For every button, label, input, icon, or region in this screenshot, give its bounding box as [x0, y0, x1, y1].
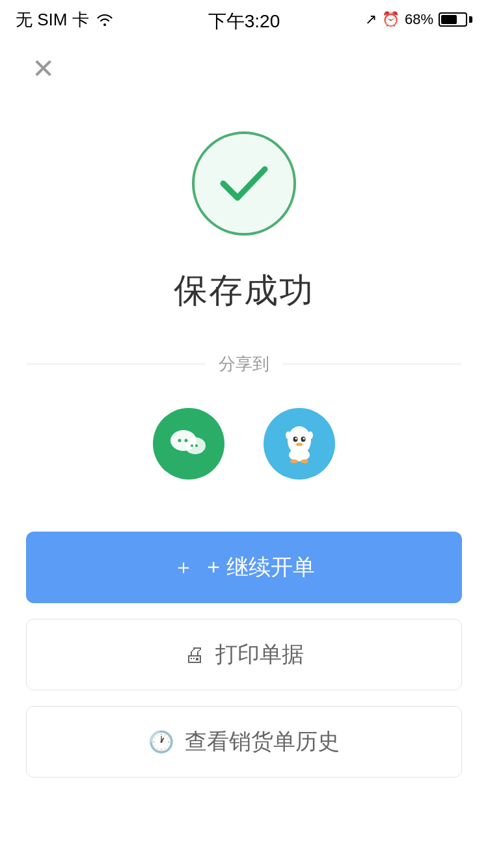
battery-percent: 68%: [405, 11, 433, 28]
share-wechat-button[interactable]: [153, 408, 224, 480]
svg-point-10: [295, 438, 297, 440]
share-qq-button[interactable]: [264, 408, 335, 480]
plus-icon: ＋: [173, 553, 194, 582]
status-bar: 无 SIM 卡 下午3:20 ↗ ⏰ 68%: [0, 0, 488, 39]
close-button[interactable]: ✕: [26, 52, 60, 86]
svg-point-16: [286, 431, 291, 439]
print-button[interactable]: 🖨 打印单据: [26, 619, 462, 690]
svg-point-17: [308, 431, 313, 439]
action-buttons: ＋ + 继续开单 🖨 打印单据 🕐 查看销货单历史: [26, 532, 462, 778]
svg-point-12: [296, 443, 303, 446]
battery-icon: [439, 12, 472, 27]
svg-point-4: [191, 444, 193, 447]
divider-left: [26, 364, 206, 364]
location-icon: ↗: [365, 11, 377, 28]
svg-point-5: [195, 444, 198, 447]
svg-point-13: [289, 448, 310, 461]
svg-point-2: [178, 439, 182, 442]
svg-point-14: [290, 459, 298, 463]
wechat-icon: [168, 426, 210, 461]
status-right: ↗ ⏰ 68%: [365, 11, 472, 28]
close-button-row: ✕: [26, 39, 462, 92]
status-left: 无 SIM 卡: [16, 8, 114, 31]
share-label: 分享到: [219, 353, 269, 375]
success-title: 保存成功: [174, 268, 314, 314]
divider-right: [282, 364, 462, 364]
clock-icon: 🕐: [148, 729, 174, 754]
continue-button[interactable]: ＋ + 继续开单: [26, 532, 462, 603]
alarm-icon: ⏰: [382, 11, 400, 28]
printer-icon: 🖨: [184, 643, 205, 667]
history-button[interactable]: 🕐 查看销货单历史: [26, 706, 462, 778]
continue-label: + 继续开单: [207, 552, 314, 582]
wifi-icon: [96, 12, 114, 27]
checkmark-icon: [218, 164, 270, 203]
success-circle: [192, 131, 296, 236]
svg-point-15: [301, 459, 308, 463]
status-time: 下午3:20: [208, 9, 280, 34]
share-divider: 分享到: [26, 353, 462, 375]
print-label: 打印单据: [215, 640, 304, 670]
svg-point-11: [303, 438, 305, 440]
share-buttons: [153, 408, 335, 480]
qq-icon: [280, 422, 319, 465]
carrier-text: 无 SIM 卡: [16, 8, 89, 31]
close-icon: ✕: [32, 55, 55, 83]
history-label: 查看销货单历史: [185, 727, 340, 757]
svg-point-3: [185, 439, 188, 442]
main-content: ✕ 保存成功 分享到: [0, 39, 488, 778]
